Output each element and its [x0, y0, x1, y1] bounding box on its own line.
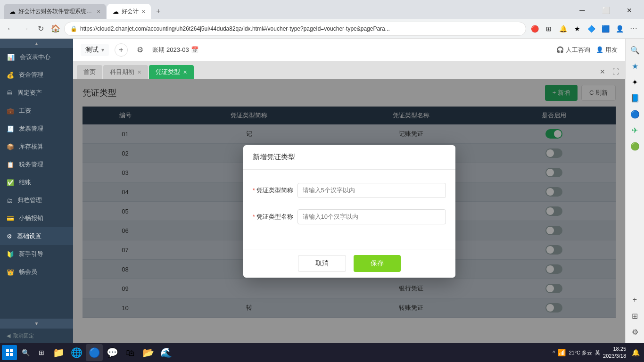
start-button[interactable]	[2, 345, 17, 360]
tab-maximize-btn[interactable]: ⛶	[610, 66, 621, 77]
tab-active[interactable]: ☁ 好会计 ✕	[107, 4, 151, 19]
right-add-btn[interactable]: +	[627, 292, 643, 307]
more-menu-button[interactable]: ⋯	[627, 22, 640, 35]
sidebar-item-tax[interactable]: 📋 税务管理	[0, 156, 73, 173]
taskbar-lang-btn[interactable]: 英	[595, 349, 600, 356]
home-button[interactable]: 🏠	[49, 22, 62, 35]
right-sidebar: 🔍 ★ ✦ 📘 🔵 ✈ 🟢 + ⊞ ⚙	[625, 39, 644, 343]
add-button[interactable]: +	[115, 43, 128, 57]
sidebar-item-inventory[interactable]: 📦 库存核算	[0, 138, 73, 156]
tab2-close[interactable]: ✕	[141, 9, 145, 14]
cancel-button[interactable]: 取消	[298, 255, 346, 272]
user-label: 用友	[605, 46, 618, 54]
svg-rect-2	[6, 353, 9, 356]
sidebar-item-finance[interactable]: 💰 资金管理	[0, 66, 73, 84]
app-layout: ▲ 📊 会议表中心 💰 资金管理 🏛 固定资产 💼 工资 🧾 发票管理	[0, 39, 644, 343]
sidebar-scroll-up[interactable]: ▲	[0, 39, 73, 48]
taskbar-app-files[interactable]: 📂	[140, 344, 157, 361]
extension-btn-6[interactable]: 🟦	[599, 22, 612, 35]
period-label: 账期	[152, 46, 165, 54]
header-right: 🎧 人工咨询 👤 用友	[556, 46, 618, 54]
back-button[interactable]: ←	[4, 22, 17, 35]
restore-button[interactable]: ⬜	[595, 4, 617, 17]
right-grid-btn[interactable]: ⊞	[627, 308, 643, 323]
right-chrome-btn[interactable]: 🔵	[627, 107, 643, 122]
forward-button[interactable]: →	[19, 22, 32, 35]
close-button[interactable]: ✕	[619, 4, 640, 17]
sidebar-item-settings[interactable]: ⚙ 基础设置	[0, 227, 73, 245]
calendar-icon[interactable]: 📅	[191, 46, 198, 53]
taskbar-clock[interactable]: 18:25 2023/3/18	[603, 346, 626, 360]
sidebar-item-checkout[interactable]: ✅ 结账	[0, 173, 73, 191]
sidebar-item-invoice[interactable]: 🧾 发票管理	[0, 120, 73, 138]
taskbar-notification-btn[interactable]: 🔔	[629, 346, 642, 359]
tab-home[interactable]: 首页	[77, 65, 102, 79]
checkout-icon: ✅	[7, 179, 14, 186]
sidebar-item-dashboard[interactable]: 📊 会议表中心	[0, 48, 73, 66]
sidebar-item-label: 畅会员	[19, 268, 37, 276]
sidebar-item-archive[interactable]: 🗂 归档管理	[0, 191, 73, 209]
sidebar-item-guide[interactable]: 🔰 新手引导	[0, 245, 73, 263]
right-plugin1-btn[interactable]: ✦	[627, 74, 643, 90]
extension-btn-3[interactable]: 🔔	[556, 22, 570, 35]
ai-consult-button[interactable]: 🎧 人工咨询	[556, 46, 590, 54]
tab-voucher-type[interactable]: 凭证类型 ✕	[149, 65, 194, 79]
sidebar-items: 📊 会议表中心 💰 资金管理 🏛 固定资产 💼 工资 🧾 发票管理 📦	[0, 48, 73, 319]
new-tab-button[interactable]: +	[152, 5, 165, 18]
short-name-input[interactable]	[297, 183, 446, 198]
taskbar-date: 2023/3/18	[603, 353, 626, 360]
taskbar-app-store[interactable]: 🛍	[122, 344, 139, 361]
voucher-tab-close[interactable]: ✕	[183, 69, 187, 75]
tab-minimize-btn[interactable]: ✕	[597, 66, 608, 77]
taskbar-app-edge[interactable]: 🔵	[86, 344, 103, 361]
svg-rect-3	[10, 353, 13, 356]
sidebar-item-label: 小畅报销	[19, 214, 43, 222]
taskbar-app-chrome[interactable]: 🌐	[68, 344, 85, 361]
full-name-input[interactable]	[297, 209, 446, 224]
tax-icon: 📋	[7, 161, 14, 168]
right-plugin4-btn[interactable]: 🟢	[627, 139, 643, 154]
extension-btn-1[interactable]: 🔴	[528, 22, 541, 35]
sidebar-scroll-down[interactable]: ▼	[0, 319, 73, 328]
window-controls: ─ ⬜ ✕	[571, 4, 640, 19]
sidebar-footer[interactable]: ◀ 取消固定	[0, 328, 73, 343]
taskbar-app-wechat[interactable]: 💬	[104, 344, 121, 361]
windows-icon	[6, 349, 13, 356]
sidebar-item-assets[interactable]: 🏛 固定资产	[0, 84, 73, 102]
sidebar-item-member[interactable]: 👑 畅会员	[0, 263, 73, 281]
voucher-tab-label: 凭证类型	[156, 68, 180, 76]
extension-btn-4[interactable]: ★	[570, 22, 584, 35]
right-star-btn[interactable]: ★	[627, 58, 643, 74]
settings-button[interactable]: ⚙	[133, 43, 147, 57]
extension-btn-2[interactable]: ⊞	[542, 22, 555, 35]
sidebar-item-payroll[interactable]: 💼 工资	[0, 102, 73, 120]
taskbar-app-explorer[interactable]: 📁	[50, 344, 67, 361]
sidebar-item-expense[interactable]: 💳 小畅报销	[0, 209, 73, 227]
modal-footer: 取消 保存	[243, 249, 455, 278]
taskbar-app-edge2[interactable]: 🌊	[157, 344, 174, 361]
reload-button[interactable]: ↻	[34, 22, 47, 35]
extension-btn-5[interactable]: 🔷	[585, 22, 598, 35]
taskbar-multitask-btn[interactable]: ⊞	[34, 345, 49, 360]
right-search-btn[interactable]: 🔍	[627, 42, 643, 58]
finance-icon: 💰	[7, 72, 14, 79]
sidebar: ▲ 📊 会议表中心 💰 资金管理 🏛 固定资产 💼 工资 🧾 发票管理	[0, 39, 73, 343]
minimize-button[interactable]: ─	[571, 4, 593, 17]
taskbar-search-btn[interactable]: 🔍	[18, 345, 33, 360]
address-bar[interactable]: 🔒 https://cloud2.chanjet.com/accounting/…	[64, 22, 526, 36]
home-tab-label: 首页	[83, 68, 96, 76]
tab-subject[interactable]: 科目期初 ✕	[103, 65, 148, 79]
right-settings-btn[interactable]: ⚙	[627, 324, 643, 339]
sidebar-item-label: 固定资产	[17, 89, 42, 97]
subject-tab-close[interactable]: ✕	[137, 69, 141, 75]
user-area[interactable]: 👤 用友	[596, 46, 618, 54]
modal-overlay[interactable]: 新增凭证类型 * 凭证类型简称 * 凭证类型名称	[73, 79, 625, 343]
taskbar-arrow-btn[interactable]: ^	[553, 350, 555, 355]
company-selector[interactable]: 测试 ▾	[81, 44, 109, 56]
tab-inactive[interactable]: ☁ 好会计云财务软件管理系统_会计 ✕	[4, 4, 106, 19]
tab1-close[interactable]: ✕	[97, 9, 100, 14]
save-button[interactable]: 保存	[354, 255, 401, 272]
right-outlook-btn[interactable]: 📘	[627, 90, 643, 106]
extension-btn-7[interactable]: 👤	[613, 22, 626, 35]
right-plugin3-btn[interactable]: ✈	[627, 123, 643, 138]
